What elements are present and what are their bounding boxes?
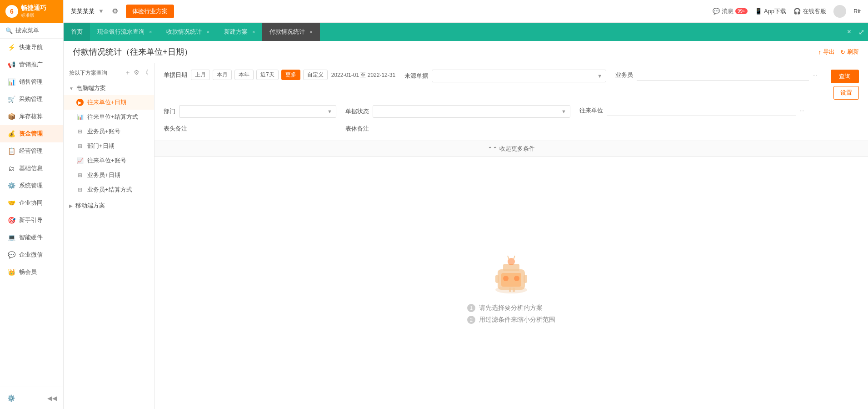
date-shortcuts: 上月 本月 本年 近7天 更多 自定义 [191,70,328,80]
sidebar-item-purchase[interactable]: 🛒 采购管理 [0,91,63,108]
collapse-conditions-button[interactable]: ⌃⌃ 收起更多条件 [488,145,535,153]
partner-input[interactable] [607,105,796,116]
manage-scheme-button[interactable]: ⚙ [134,69,140,77]
tip-num-1: 1 [467,304,475,312]
salesman-input[interactable] [637,70,809,81]
tab-receipt[interactable]: 收款情况统计 × [159,23,216,41]
date-btn-this-year[interactable]: 本年 [234,70,254,80]
date-btn-last-month[interactable]: 上月 [191,70,210,80]
panel-item-label: 往来单位+日期 [87,98,126,106]
tab-payment-close-icon[interactable]: × [309,29,312,35]
hardware-icon: 💻 [7,233,15,242]
chart-scheme-icon: 📊 [76,113,84,121]
sidebar-item-enterprise[interactable]: 🤝 企业协同 [0,194,63,212]
sidebar-bottom: ⚙️ ◀◀ [0,387,63,409]
user-avatar[interactable] [833,5,846,18]
tabbar: 首页 现金银行流水查询 × 收款情况统计 × 新建方案 × 付款情况统计 × ×… [64,23,868,41]
sidebar-item-sales[interactable]: 📊 销售管理 [0,73,63,91]
sidebar-item-hardware[interactable]: 💻 智能硬件 [0,229,63,246]
left-panel-header-actions: ＋ ⚙ 《 [125,69,149,77]
panel-item-staff-account[interactable]: ⊞ 业务员+账号 [64,124,154,139]
sidebar-item-inventory[interactable]: 📦 库存核算 [0,108,63,125]
export-label: 导出 [823,48,835,56]
sidebar-label: 库存核算 [19,112,43,121]
collapse-sidebar-icon[interactable]: ◀◀ [46,392,59,404]
wechat-icon: 💬 [7,251,15,259]
sidebar-item-guide[interactable]: 🎯 新手引导 [0,212,63,229]
sidebar-label: 销售管理 [19,78,43,86]
add-scheme-button[interactable]: ＋ [125,69,131,77]
date-btn-this-month[interactable]: 本月 [213,70,232,80]
empty-tips: 1 请先选择要分析的方案 2 用过滤条件来缩小分析范围 [467,304,555,324]
filter-row-1: 单据日期 上月 本月 本年 近7天 更多 自定义 2022-01-01 至 20… [164,70,859,100]
tab-home[interactable]: 首页 [64,23,90,41]
search-menu[interactable]: 🔍 搜索菜单 [0,23,63,39]
svg-point-4 [514,276,519,281]
sidebar-item-system[interactable]: ⚙️ 系统管理 [0,177,63,194]
collapse-panel-button[interactable]: 《 [142,69,149,77]
tab-new-close-icon[interactable]: × [252,29,255,35]
sidebar-label: 快捷导航 [19,43,43,51]
panel-item-staff-settle[interactable]: ⊞ 业务员+结算方式 [64,182,154,197]
panel-section-mobile-title[interactable]: ▶ 移动端方案 [64,199,154,212]
status-dropdown-icon: ▼ [561,109,566,114]
header-note-input[interactable] [191,123,336,134]
collapse-up-icon: ⌃⌃ [488,146,498,152]
panel-item-staff-date[interactable]: ⊞ 业务员+日期 [64,168,154,182]
app-download-button[interactable]: 📱 App下载 [755,7,786,15]
sidebar-item-marketing[interactable]: 📢 营销推广 [0,56,63,73]
body-note-input[interactable] [373,123,570,134]
trial-button[interactable]: 体验行业方案 [126,5,174,18]
tab-bank[interactable]: 现金银行流水查询 × [90,23,159,41]
brand-edition: 标准版 [21,12,46,19]
date-btn-more[interactable]: 更多 [281,70,300,80]
status-select[interactable]: ▼ [373,105,570,118]
inventory-icon: 📦 [7,112,15,121]
settings-bottom-icon[interactable]: ⚙️ [5,392,17,404]
company-dropdown-icon[interactable]: ▼ [98,8,104,15]
dept-select[interactable]: ▼ [179,105,336,118]
tab-receipt-close-icon[interactable]: × [206,29,209,35]
filter-partner-group: 往来单位 ··· [579,105,804,116]
panel-item-label: 业务员+日期 [87,171,120,179]
date-btn-7days[interactable]: 近7天 [256,70,279,80]
sidebar-item-wechat[interactable]: 💬 企业微信 [0,246,63,263]
refresh-button[interactable]: ↻ 刷新 [840,48,859,56]
panel-item-label: 往来单位+账号 [87,157,126,165]
refresh-label: 刷新 [847,48,859,56]
table-scheme-icon3: ⊞ [76,172,84,179]
panel-item-unit-account[interactable]: 📈 往来单位+账号 [64,153,154,168]
tab-close-all[interactable]: × [843,23,855,41]
sidebar-logo: 6 畅捷通巧 标准版 [0,0,63,23]
source-select[interactable]: ▼ [432,70,606,82]
panel-section-pc-title[interactable]: ▼ 电脑端方案 [64,81,154,95]
query-button[interactable]: 查询 [831,70,859,83]
settings-button[interactable]: 设置 [833,86,859,100]
salesman-more-icon[interactable]: ··· [813,72,817,78]
topbar-settings-button[interactable]: ⚙ [109,5,121,18]
sidebar-item-quick-nav[interactable]: ⚡ 快捷导航 [0,39,63,56]
message-button[interactable]: 💬 消息 99+ [713,7,748,15]
tab-new[interactable]: 新建方案 × [217,23,262,41]
tab-expand-icon[interactable]: ⤢ [855,23,868,41]
panel-item-dept-date[interactable]: ⊞ 部门+日期 [64,139,154,153]
export-button[interactable]: ↑ 导出 [818,48,835,56]
panel-arrow-icon: ▼ [69,86,74,91]
panel-item-unit-date[interactable]: ▶ 往来单位+日期 [64,95,154,110]
tab-payment[interactable]: 付款情况统计 × [262,23,319,41]
filter-dept-group: 部门 ▼ [164,105,336,118]
svg-rect-6 [524,275,527,283]
sidebar-item-finance[interactable]: 💰 资金管理 [0,125,63,142]
active-scheme-icon: ▶ [76,99,84,106]
sidebar-item-operation[interactable]: 📋 经营管理 [0,142,63,160]
collapse-label: 收起更多条件 [499,145,535,153]
refresh-icon: ↻ [840,49,845,56]
service-button[interactable]: 🎧 在线客服 [793,7,826,15]
panel-item-unit-settle[interactable]: 📊 往来单位+结算方式 [64,110,154,124]
tab-bank-close-icon[interactable]: × [149,29,152,35]
partner-more-icon[interactable]: ··· [800,107,804,114]
sidebar-item-member[interactable]: 👑 畅会员 [0,263,63,281]
sidebar-item-basic[interactable]: 🗂 基础信息 [0,160,63,177]
member-icon: 👑 [7,268,15,276]
date-btn-custom[interactable]: 自定义 [303,70,328,80]
